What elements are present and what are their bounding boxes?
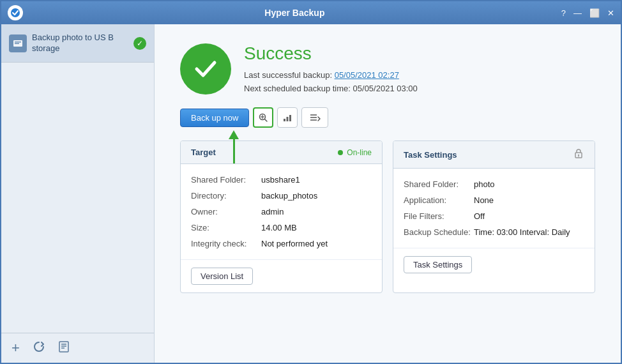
target-panel-footer: Version List bbox=[181, 259, 382, 292]
table-row: Integrity check: Not performed yet bbox=[191, 236, 372, 252]
settings-panel-header: Task Settings bbox=[393, 141, 595, 169]
more-menu-button[interactable] bbox=[301, 107, 328, 128]
add-backup-button[interactable]: + bbox=[11, 340, 20, 356]
row-label: Integrity check: bbox=[191, 239, 261, 248]
row-label: Application: bbox=[404, 195, 474, 205]
row-value: 14.00 MB bbox=[261, 223, 297, 232]
content-area: Success Last successful backup: 05/05/20… bbox=[155, 24, 621, 363]
row-value: usbshare1 bbox=[261, 175, 300, 185]
success-title: Success bbox=[244, 43, 418, 64]
back-up-now-button[interactable]: Back up now bbox=[180, 109, 249, 127]
next-backup-label: Next scheduled backup time: bbox=[244, 84, 351, 93]
restore-button[interactable] bbox=[33, 340, 45, 356]
row-label: Backup Schedule: bbox=[404, 227, 474, 237]
svg-rect-14 bbox=[289, 115, 291, 121]
table-row: Directory: backup_photos bbox=[191, 188, 372, 204]
settings-panel: Task Settings Shared Folder bbox=[393, 140, 595, 293]
version-list-button[interactable]: Version List bbox=[191, 268, 253, 285]
row-value: photo bbox=[474, 179, 495, 189]
success-section: Success Last successful backup: 05/05/20… bbox=[180, 43, 595, 95]
row-label: Shared Folder: bbox=[404, 179, 474, 189]
action-bar: Back up now bbox=[180, 107, 595, 128]
row-label: Shared Folder: bbox=[191, 175, 261, 185]
help-button[interactable]: ? bbox=[561, 9, 566, 17]
row-label: File Filters: bbox=[404, 211, 474, 221]
sidebar-item-icon bbox=[9, 34, 27, 52]
settings-panel-body: Shared Folder: photo Application: None F… bbox=[393, 169, 595, 248]
sidebar-item-label: Backup photo to US B storage bbox=[32, 33, 128, 54]
row-value: Time: 03:00 Interval: Daily bbox=[474, 227, 570, 237]
table-row: Application: None bbox=[404, 192, 584, 208]
sidebar-item-backup-photo[interactable]: Backup photo to US B storage ✓ bbox=[1, 24, 154, 63]
row-value: Not performed yet bbox=[261, 239, 328, 248]
arrow-line bbox=[233, 138, 235, 163]
sidebar-footer: + bbox=[1, 333, 154, 363]
sidebar-item-status-check: ✓ bbox=[133, 37, 146, 50]
row-label: Size: bbox=[191, 223, 261, 232]
table-row: Backup Schedule: Time: 03:00 Interval: D… bbox=[404, 224, 584, 240]
app-window: Hyper Backup ? — ⬜ ✕ Backup photo to US … bbox=[0, 0, 622, 364]
app-icon bbox=[8, 5, 23, 20]
last-backup-label: Last successful backup: bbox=[244, 70, 332, 80]
maximize-button[interactable]: ⬜ bbox=[589, 9, 600, 17]
svg-point-19 bbox=[578, 155, 579, 156]
task-settings-button[interactable]: Task Settings bbox=[404, 256, 472, 273]
minimize-button[interactable]: — bbox=[573, 9, 582, 17]
sidebar-spacer bbox=[1, 63, 154, 333]
row-value: backup_photos bbox=[261, 191, 317, 201]
target-panel-body: Shared Folder: usbshare1 Directory: back… bbox=[181, 164, 382, 259]
main-layout: Backup photo to US B storage ✓ + bbox=[1, 24, 621, 363]
svg-rect-13 bbox=[287, 117, 289, 121]
window-controls: ? — ⬜ ✕ bbox=[561, 9, 614, 17]
target-panel-status: On-line bbox=[338, 148, 372, 157]
svg-rect-4 bbox=[59, 342, 68, 352]
table-row: Shared Folder: usbshare1 bbox=[191, 172, 372, 188]
table-row: Size: 14.00 MB bbox=[191, 220, 372, 236]
target-panel: Target On-line Shared Folder: usbshare1 … bbox=[180, 140, 383, 293]
table-row: Shared Folder: photo bbox=[404, 176, 584, 192]
svg-rect-2 bbox=[15, 42, 21, 43]
next-backup-info: Next scheduled backup time: 05/05/2021 0… bbox=[244, 84, 418, 93]
table-row: File Filters: Off bbox=[404, 208, 584, 224]
next-backup-value: 05/05/2021 03:00 bbox=[353, 84, 418, 93]
lock-icon bbox=[573, 148, 584, 162]
chart-button[interactable] bbox=[277, 107, 298, 128]
success-icon bbox=[180, 43, 231, 95]
row-label: Directory: bbox=[191, 191, 261, 201]
arrow-annotation bbox=[229, 130, 239, 163]
target-panel-title: Target bbox=[191, 148, 216, 157]
row-value: admin bbox=[261, 207, 284, 216]
svg-rect-3 bbox=[15, 43, 19, 44]
settings-panel-title: Task Settings bbox=[404, 150, 457, 160]
logs-button[interactable] bbox=[58, 341, 70, 356]
status-dot bbox=[338, 150, 343, 155]
settings-panel-footer: Task Settings bbox=[393, 248, 595, 281]
row-value: None bbox=[474, 195, 494, 205]
search-backup-button[interactable] bbox=[253, 107, 273, 128]
status-label: On-line bbox=[347, 148, 372, 157]
table-row: Owner: admin bbox=[191, 204, 372, 220]
info-panels: Target On-line Shared Folder: usbshare1 … bbox=[180, 140, 595, 293]
last-backup-link[interactable]: 05/05/2021 02:27 bbox=[335, 70, 399, 80]
close-button[interactable]: ✕ bbox=[607, 9, 614, 17]
row-label: Owner: bbox=[191, 207, 261, 216]
svg-rect-12 bbox=[284, 119, 285, 121]
target-panel-header: Target On-line bbox=[181, 141, 382, 164]
success-info: Success Last successful backup: 05/05/20… bbox=[244, 43, 418, 93]
row-value: Off bbox=[474, 211, 485, 221]
sidebar: Backup photo to US B storage ✓ + bbox=[1, 24, 155, 363]
last-backup-info: Last successful backup: 05/05/2021 02:27 bbox=[244, 70, 418, 80]
titlebar: Hyper Backup ? — ⬜ ✕ bbox=[1, 1, 621, 24]
window-title: Hyper Backup bbox=[28, 8, 561, 18]
svg-line-9 bbox=[265, 119, 268, 122]
